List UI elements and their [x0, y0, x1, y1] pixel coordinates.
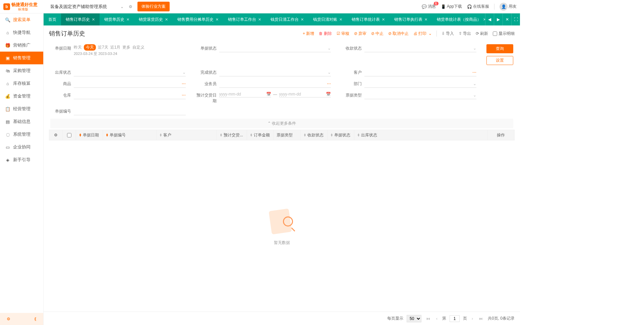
export-button[interactable]: ⇧导出	[459, 31, 471, 37]
date-range-tag[interactable]: 昨天	[74, 45, 82, 50]
sidebar-item[interactable]: ◈新手引导	[0, 153, 43, 166]
page-size-select[interactable]: 50	[407, 315, 421, 322]
tab[interactable]: 销货退货历史✕	[134, 13, 173, 25]
date-range-tag[interactable]: 今天	[84, 44, 96, 51]
tab-close-icon[interactable]: ✕	[339, 17, 342, 22]
tab-scroll-left-icon[interactable]: ◀	[485, 13, 494, 25]
sidebar-item[interactable]: ▤基础信息	[0, 115, 43, 128]
invoice-type-select[interactable]: ⌄	[364, 91, 476, 99]
delete-button[interactable]: 🗑删除	[319, 31, 332, 37]
chevron-down-icon[interactable]: ⌄	[120, 4, 124, 9]
print-button[interactable]: 🖨打印⌄	[413, 31, 432, 37]
col-checkbox[interactable]	[63, 130, 76, 140]
col-customer[interactable]: ▲▼客户	[157, 130, 217, 140]
message-button[interactable]: 💬 消息 6	[422, 4, 436, 9]
sidebar-item[interactable]: 🎁营销推广	[0, 39, 43, 52]
col-amount[interactable]: ▲▼订单金额	[247, 130, 274, 140]
delivery-date-to[interactable]: yyyy-mm-dd📅	[279, 91, 331, 97]
tab[interactable]: 销售订单执行表✕	[390, 13, 432, 25]
sidebar-item[interactable]: ▭企业协同	[0, 141, 43, 153]
sidebar-item[interactable]: ▣销售管理	[0, 52, 43, 64]
tab[interactable]: 钱货日清对账✕	[308, 13, 347, 25]
sidebar-item[interactable]: 💰资金管理	[0, 90, 43, 103]
receipt-status-select[interactable]: ⌄	[364, 44, 476, 52]
salesman-picker[interactable]: ⋯	[219, 80, 331, 88]
audit-button[interactable]: ☑审核	[337, 31, 349, 37]
show-detail-checkbox[interactable]: 显示明细	[493, 31, 515, 37]
tab[interactable]: 销货单统计表（按商品）✕	[432, 13, 485, 25]
tab-close-icon[interactable]: ✕	[126, 17, 129, 22]
tab[interactable]: 销售费用分摊单历史✕	[173, 13, 223, 25]
query-button[interactable]: 查询	[486, 44, 513, 53]
settings-button[interactable]: 设置	[486, 56, 513, 65]
page-number-input[interactable]	[450, 315, 460, 322]
tab[interactable]: 钱货日清工作台✕	[266, 13, 308, 25]
page-first-icon[interactable]: ⏮	[425, 316, 431, 321]
col-bill-status[interactable]: ▲▼单据状态	[328, 130, 354, 140]
unaudit-button[interactable]: ⊘弃审	[354, 31, 366, 37]
sidebar-item[interactable]: ⌂库存核算	[0, 77, 43, 90]
tab-close-icon[interactable]: ✕	[301, 17, 304, 22]
bill-no-input[interactable]	[74, 107, 186, 115]
page-prev-icon[interactable]: ‹	[435, 316, 439, 321]
user-menu[interactable]: 👤 用友	[500, 3, 517, 11]
cancel-stop-button[interactable]: ⊘取消中止	[388, 31, 409, 37]
col-invoice-type[interactable]: 票据类型	[274, 130, 301, 140]
tab[interactable]: 销售订单历史✕	[61, 13, 100, 25]
product-picker[interactable]: ⋯	[74, 80, 186, 88]
sidebar-item-icon: 📋	[5, 106, 10, 112]
add-button[interactable]: +新增	[303, 31, 314, 37]
tab[interactable]: 销售订单工作台✕	[223, 13, 266, 25]
refresh-button[interactable]: ⟳刷新	[476, 31, 488, 37]
col-out-status[interactable]: ▲▼出库状态	[354, 130, 487, 140]
col-bill-no[interactable]: ▲▼单据编号	[103, 130, 157, 140]
date-range-tag[interactable]: 自定义	[132, 45, 144, 50]
page-last-icon[interactable]: ⏭	[478, 316, 484, 321]
bill-status-select[interactable]: ⌄	[219, 44, 331, 52]
date-range-tag[interactable]: 近7天	[98, 45, 108, 50]
customer-picker[interactable]: ⋯	[364, 68, 476, 76]
sidebar-item[interactable]: ◌系统管理	[0, 128, 43, 141]
tab-close-icon[interactable]: ✕	[382, 17, 385, 22]
sidebar-search[interactable]: 🔍 搜索菜单	[0, 13, 43, 26]
filter-bill-date: 单据日期 昨天今天近7天近1月更多自定义 2023-03-24 至 2023-0…	[50, 44, 186, 65]
tab-close-icon[interactable]: ✕	[92, 17, 95, 22]
tab-close-all-icon[interactable]: ✕	[503, 13, 511, 25]
stop-button[interactable]: ⊘中止	[371, 31, 384, 37]
collapse-filters-button[interactable]: ⌃ 收起更多条件	[50, 119, 513, 128]
date-range-tag[interactable]: 近1月	[110, 45, 121, 50]
tab[interactable]: 销售订单统计表✕	[347, 13, 390, 25]
app-download-button[interactable]: 📱 App下载	[441, 4, 462, 9]
tab-close-icon[interactable]: ✕	[424, 17, 427, 22]
col-delivery[interactable]: ▲▼预计交货...	[217, 130, 247, 140]
page-next-icon[interactable]: ›	[470, 316, 474, 321]
sidebar-item[interactable]: 📋经营管理	[0, 103, 43, 115]
tab-close-icon[interactable]: ✕	[216, 17, 219, 22]
sidebar-collapse-icon[interactable]: ⟪	[34, 317, 37, 321]
out-status-select[interactable]: ⌄	[74, 68, 186, 76]
tab[interactable]: 销货单历史✕	[100, 13, 134, 25]
tab[interactable]: 首页	[44, 13, 61, 25]
system-dropdown[interactable]: 装备及固定资产辅助管理系统	[50, 4, 107, 10]
tab-fullscreen-icon[interactable]: ⛶	[511, 13, 520, 25]
tab-scroll-right-icon[interactable]: ▶	[494, 13, 503, 25]
select-all-checkbox[interactable]	[67, 133, 71, 137]
industry-plan-button[interactable]: 体验行业方案	[137, 2, 170, 11]
date-range-tag[interactable]: 更多	[122, 45, 130, 50]
tab-close-icon[interactable]: ✕	[258, 17, 261, 22]
dept-select[interactable]: ⌄	[364, 80, 476, 88]
warehouse-picker[interactable]: ⋯	[74, 91, 186, 99]
col-bill-date[interactable]: ▲▼单据日期	[76, 130, 103, 140]
import-button[interactable]: ⇩导入	[442, 31, 454, 37]
col-receipt-status[interactable]: ▲▼收款状态	[301, 130, 328, 140]
tab-close-icon[interactable]: ✕	[483, 17, 485, 22]
sidebar-item[interactable]: 🛍采购管理	[0, 64, 43, 77]
complete-status-select[interactable]: ⌄	[219, 68, 331, 76]
sidebar-item[interactable]: ⌂快捷导航	[0, 26, 43, 39]
settings-gear-icon[interactable]: ⚙	[129, 4, 132, 9]
delivery-date-from[interactable]: yyyy-mm-dd📅	[219, 91, 271, 97]
sidebar-settings-icon[interactable]: ⚙	[7, 317, 10, 321]
online-service-button[interactable]: 🎧 在线客服	[467, 4, 489, 9]
col-settings[interactable]: ⚙	[49, 130, 63, 140]
tab-close-icon[interactable]: ✕	[165, 17, 168, 22]
